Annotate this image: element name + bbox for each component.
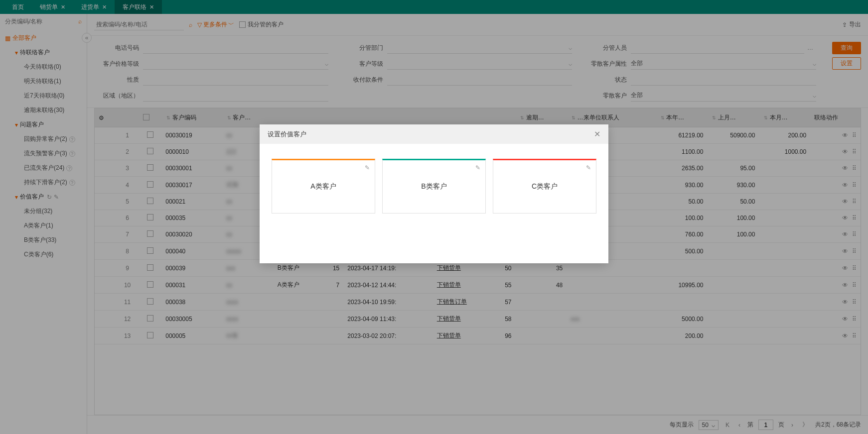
value-card[interactable]: ✎B类客户 xyxy=(382,159,486,214)
value-card[interactable]: ✎A类客户 xyxy=(272,159,375,214)
edit-icon[interactable]: ✎ xyxy=(475,164,480,171)
value-card[interactable]: ✎C类客户 xyxy=(493,159,596,214)
value-customer-modal: 设置价值客户 ✕ ✎A类客户✎B类客户✎C类客户 xyxy=(260,124,608,263)
edit-icon[interactable]: ✎ xyxy=(365,164,370,171)
modal-close-button[interactable]: ✕ xyxy=(594,129,600,139)
modal-title: 设置价值客户 xyxy=(268,130,306,139)
edit-icon[interactable]: ✎ xyxy=(586,164,591,171)
